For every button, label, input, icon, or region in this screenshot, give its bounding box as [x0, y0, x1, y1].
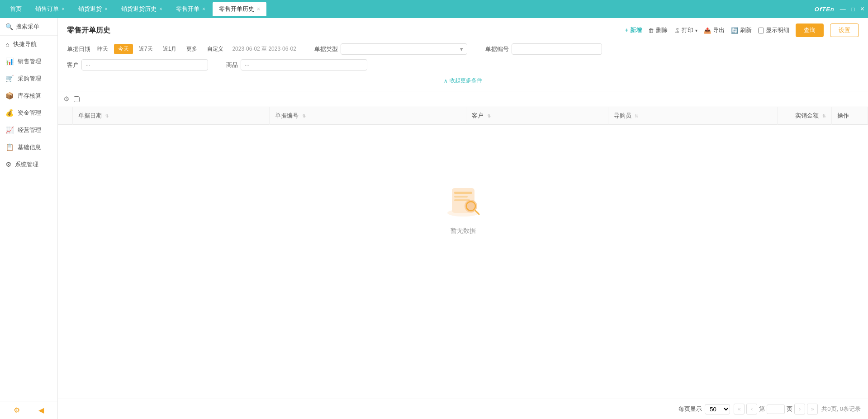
date-label: 单据日期 — [67, 45, 90, 53]
date-btn-custom[interactable]: 自定义 — [203, 44, 228, 54]
svg-rect-2 — [454, 192, 472, 194]
th-salesman-label: 导购员 — [614, 112, 631, 119]
search-icon: 🔍 — [5, 23, 13, 30]
add-button[interactable]: + 新增 — [625, 26, 642, 34]
sidebar-item-sales[interactable]: 📊 销售管理 — [0, 53, 57, 70]
page-suffix: 页 — [787, 405, 792, 413]
th-date-sort[interactable]: ⇅ — [105, 113, 109, 118]
page-nav: « ‹ 第 1 页 › » — [734, 404, 818, 414]
settings-button[interactable]: 设置 — [830, 24, 859, 37]
sidebar-settings-icon[interactable]: ⚙ — [14, 406, 20, 414]
th-amount[interactable]: 实销金额 ⇅ — [778, 107, 832, 125]
close-btn[interactable]: × — [860, 5, 864, 13]
refresh-icon: 🔄 — [731, 27, 738, 34]
date-btn-1month[interactable]: 近1月 — [159, 44, 181, 54]
refresh-button[interactable]: 🔄 刷新 — [731, 26, 752, 34]
th-customer[interactable]: 客户 ⇅ — [466, 107, 608, 125]
tab-sales-return-label: 销货退货 — [78, 5, 102, 13]
sidebar-label-system: 系统管理 — [15, 160, 38, 169]
tab-sales-order-close[interactable]: × — [62, 6, 65, 12]
window-controls: OfTEn — □ × — [815, 5, 864, 13]
tab-retail-open[interactable]: 零售开单 × — [170, 2, 212, 16]
minimize-btn[interactable]: — — [840, 6, 846, 13]
display-detail-input[interactable] — [758, 28, 764, 33]
th-customer-label: 客户 — [472, 112, 484, 119]
select-all-checkbox[interactable] — [74, 96, 80, 102]
sidebar-search[interactable]: 🔍 搜索采单 — [0, 18, 57, 36]
query-button[interactable]: 查询 — [796, 24, 824, 37]
export-button[interactable]: 📤 导出 — [704, 26, 725, 34]
tab-retail-history[interactable]: 零售开单历史 × — [213, 2, 266, 16]
table-header-row: 单据日期 ⇅ 单据编号 ⇅ 客户 ⇅ 导购员 ⇅ — [58, 107, 868, 125]
date-btn-yesterday[interactable]: 昨天 — [93, 44, 112, 54]
spacer — [58, 289, 868, 399]
sidebar-collapse-icon[interactable]: ◀ — [38, 406, 44, 414]
home-icon: ⌂ — [5, 41, 9, 48]
tab-retail-history-close[interactable]: × — [257, 6, 260, 12]
sidebar-item-basic-info[interactable]: 📋 基础信息 — [0, 139, 57, 156]
delete-button[interactable]: 🗑 删除 — [648, 26, 668, 34]
th-number[interactable]: 单据编号 ⇅ — [269, 107, 466, 125]
tab-sales-return-history[interactable]: 销货退货历史 × — [115, 2, 169, 16]
last-page-btn[interactable]: » — [807, 404, 818, 414]
sidebar-item-quick-nav[interactable]: ⌂ 快捷导航 — [0, 36, 57, 53]
sidebar-label-quick-nav: 快捷导航 — [13, 40, 37, 48]
customer-input[interactable]: ··· — [81, 59, 208, 71]
th-amount-label: 实销金额 — [795, 112, 819, 119]
tab-retail-open-close[interactable]: × — [202, 6, 205, 12]
next-page-btn[interactable]: › — [794, 404, 805, 414]
tab-sales-return-close[interactable]: × — [104, 6, 108, 12]
date-btn-7days[interactable]: 近7天 — [135, 44, 157, 54]
tab-sales-order-label: 销售订单 — [35, 5, 59, 13]
tab-sales-order[interactable]: 销售订单 × — [29, 2, 71, 16]
goods-input[interactable]: ··· — [241, 59, 367, 71]
th-date[interactable]: 单据日期 ⇅ — [72, 107, 269, 125]
th-number-sort[interactable]: ⇅ — [302, 113, 306, 118]
table-config-icon[interactable]: ⚙ — [63, 95, 69, 103]
display-detail-checkbox[interactable]: 显示明细 — [758, 26, 789, 34]
sidebar-item-system[interactable]: ⚙ 系统管理 — [0, 156, 57, 173]
customer-label: 客户 — [67, 61, 79, 69]
collapse-button[interactable]: ∧ 收起更多条件 — [67, 75, 859, 86]
sidebar-item-inventory[interactable]: 📦 库存核算 — [0, 87, 57, 104]
number-input[interactable] — [512, 43, 602, 55]
goods-dots: ··· — [245, 61, 250, 68]
print-button[interactable]: 🖨 打印 ▾ — [674, 26, 697, 34]
tab-retail-open-label: 零售开单 — [176, 5, 199, 13]
th-amount-sort[interactable]: ⇅ — [822, 113, 826, 118]
th-salesman[interactable]: 导购员 ⇅ — [608, 107, 777, 125]
th-salesman-sort[interactable]: ⇅ — [635, 113, 638, 118]
type-select[interactable]: ▾ — [341, 43, 467, 55]
data-table: 单据日期 ⇅ 单据编号 ⇅ 客户 ⇅ 导购员 ⇅ — [58, 107, 868, 125]
tab-sales-return[interactable]: 销货退货 × — [72, 2, 114, 16]
empty-text: 暂无数据 — [451, 227, 476, 235]
document-icon: 📋 — [5, 143, 14, 151]
filter-type-group: 单据类型 ▾ — [314, 43, 467, 55]
sidebar-item-purchase[interactable]: 🛒 采购管理 — [0, 70, 57, 87]
tab-home-label: 首页 — [10, 5, 22, 13]
date-btn-more[interactable]: 更多 — [182, 44, 201, 54]
filter-row-2: 客户 ··· 商品 ··· — [67, 59, 859, 71]
type-label: 单据类型 — [314, 45, 338, 53]
page-title-bar: 零售开单历史 + 新增 🗑 删除 🖨 打印 ▾ 📤 导出 — [67, 24, 859, 37]
content-area: 零售开单历史 + 新增 🗑 删除 🖨 打印 ▾ 📤 导出 — [58, 18, 868, 419]
date-btn-today[interactable]: 今天 — [114, 44, 133, 54]
maximize-btn[interactable]: □ — [851, 6, 855, 13]
number-label: 单据编号 — [485, 45, 509, 53]
sidebar-item-operations[interactable]: 📈 经营管理 — [0, 122, 57, 139]
export-label: 导出 — [713, 26, 725, 34]
display-detail-label: 显示明细 — [766, 26, 789, 34]
prev-page-btn[interactable]: ‹ — [746, 404, 757, 414]
empty-illustration — [443, 179, 484, 220]
tab-home[interactable]: 首页 — [4, 2, 28, 16]
page-input[interactable]: 1 — [767, 405, 785, 414]
per-page-select[interactable]: 10 20 50 100 — [705, 404, 730, 414]
th-customer-sort[interactable]: ⇅ — [487, 113, 491, 118]
tab-sales-return-history-close[interactable]: × — [159, 6, 162, 12]
per-page-label: 每页显示 — [678, 405, 702, 413]
first-page-btn[interactable]: « — [734, 404, 745, 414]
sidebar-search-label: 搜索采单 — [16, 23, 39, 31]
page-label: 第 — [759, 405, 765, 413]
sidebar-label-operations: 经营管理 — [18, 126, 41, 134]
sidebar-item-finance[interactable]: 💰 资金管理 — [0, 104, 57, 122]
